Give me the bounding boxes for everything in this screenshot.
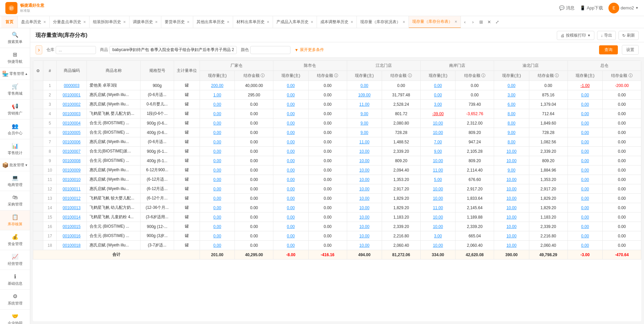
info-icon: ℹ <box>14 273 16 280</box>
tab-close-icon[interactable]: ✕ <box>155 20 158 24</box>
chevron-down-icon: ▼ <box>635 6 639 10</box>
tab-close-icon[interactable]: ✕ <box>454 20 457 24</box>
tab-close-icon[interactable]: ✕ <box>187 20 190 24</box>
tab-disassemble[interactable]: 组装拆卸单历史 ✕ <box>90 16 129 28</box>
refresh-icon: ↻ <box>622 33 626 38</box>
data-table-container: ⚙ # 商品编码 商品名称 规格型号 主计量单位 厂家仓 陈市仓 江北门店 南岸… <box>33 60 641 321</box>
users-icon: 👥 <box>12 123 18 129</box>
tab-inventory-count[interactable]: 盘点单历史 ✕ <box>18 16 50 28</box>
table-row: 5 00100004 合生元 (BIOSTIME) ... 900g (0-6.… <box>33 119 641 128</box>
laptop-icon: 💻 <box>12 175 18 181</box>
col-spec-header: 规格型号 <box>141 61 174 81</box>
tab-product-in[interactable]: 产成品入库单历史 ✕ <box>273 16 317 28</box>
expand-arrow-btn[interactable]: › <box>36 45 42 54</box>
clipboard-icon: 📋 <box>12 214 18 220</box>
export-icon: ↓ <box>601 33 603 38</box>
sidebar-item-marketing[interactable]: 📢 营销推广 <box>0 100 30 120</box>
content-area: 现存量查询(库存分布) 🖨 按模板打印 ▼ ↓ 导出 ↻ <box>30 28 644 324</box>
sidebar-item-corp-collab[interactable]: 🤝 企业协同 <box>0 310 30 324</box>
sidebar: 🔍 搜索英单 ⊞ 快捷导航 🏪 零售管理 ▲ 🛒 零售商城 📢 营销推广 � <box>0 28 30 324</box>
col-jiangbei-amt-header: 结存金额 ⓘ <box>382 71 421 81</box>
main-layout: 🔍 搜索英单 ⊞ 快捷导航 🏪 零售管理 ▲ 🛒 零售商城 📢 营销推广 � <box>0 28 644 324</box>
tab-material-out[interactable]: 材料出库单历史 ✕ <box>233 16 273 28</box>
sidebar-item-member[interactable]: 👥 会员中心 <box>0 120 30 139</box>
col-yubeibei-header: 渝北门店 <box>494 61 568 71</box>
table-row: 7 00100006 惠氏启赋 (Wyeth illu... (0-6月适...… <box>33 137 641 147</box>
sidebar-item-inventory[interactable]: 📋 库存核算 <box>0 211 30 230</box>
tab-purchase[interactable]: 要货单历史 ✕ <box>161 16 193 28</box>
sidebar-item-search[interactable]: 🔍 搜索英单 <box>0 28 30 48</box>
tab-close-icon[interactable]: ✕ <box>83 20 86 24</box>
trending-icon: 📈 <box>12 253 18 260</box>
grid-icon: ⊞ <box>13 51 17 58</box>
handshake-icon: 🤝 <box>12 313 18 319</box>
chart-icon: 📊 <box>12 143 18 149</box>
chevron-down-icon: ▼ <box>587 34 591 37</box>
print-btn[interactable]: 🖨 按模板打印 ▼ <box>557 31 594 40</box>
export-btn[interactable]: ↓ 导出 <box>597 31 616 40</box>
table-row: 4 00100003 飞鹤星飞帆 婴儿配方奶... 1段(0-6个... 罐 0… <box>33 109 641 119</box>
expand-conditions-btn[interactable]: ▼ 展开更多条件 <box>294 47 324 53</box>
logo-text: 畅捷通好生意 标准版 <box>20 3 44 13</box>
col-name-header: 商品名称 <box>87 61 141 81</box>
tab-expand-btn[interactable]: ⤢ <box>493 16 501 28</box>
tab-close-icon[interactable]: ✕ <box>227 20 229 24</box>
tab-other-out[interactable]: 其他出库单历史 ✕ <box>193 16 233 28</box>
sidebar-item-ecommerce[interactable]: 💻 电商管理 <box>0 171 30 191</box>
col-settings[interactable]: ⚙ <box>33 61 43 81</box>
page-title-row: 现存量查询(库存分布) 🖨 按模板打印 ▼ ↓ 导出 ↻ <box>36 31 639 42</box>
sum-row: 合计 201.00 40,295.00 -8.00 -416.16 494.00… <box>33 250 641 260</box>
megaphone-icon: 📢 <box>12 103 18 109</box>
sidebar-item-finance[interactable]: 💰 资金管理 <box>0 230 30 250</box>
table-row: 6 00100005 合生元 (BIOSTIME) ... 400g (0-6.… <box>33 128 641 137</box>
query-btn[interactable]: 查询 <box>599 45 618 54</box>
color-input[interactable] <box>250 46 290 54</box>
sidebar-item-retail-mall[interactable]: 🛒 零售商城 <box>0 80 30 100</box>
tab-prev-btn[interactable]: ‹ <box>461 16 469 28</box>
refresh-btn[interactable]: ↻ 刷新 <box>619 31 639 40</box>
filter-row: › 仓库 商品 颜色 ▼ 展开更多条件 <box>36 45 639 55</box>
sidebar-item-retail-mgmt[interactable]: 🏪 零售管理 ▲ <box>0 68 30 80</box>
table-row: 18 00100018 惠氏启赋 (Wyeth illu... (3-7岁适..… <box>33 241 641 250</box>
sidebar-item-purchase[interactable]: 🛍 采购管理 <box>0 191 30 211</box>
tab-cost-adjust[interactable]: 成本调整单历史 ✕ <box>317 16 357 28</box>
tab-close-icon[interactable]: ✕ <box>351 20 353 24</box>
user-menu[interactable]: E demo2 ▼ <box>608 3 639 13</box>
col-chenshi-amt-header: 结存金额 ⓘ <box>308 71 347 81</box>
store-icon: 🏪 <box>2 71 9 77</box>
tab-home[interactable]: 首页 <box>1 16 18 28</box>
table-row: 9 00100008 合生元 (BIOSTIME) ... 400g (6-1.… <box>33 156 641 166</box>
tab-close-icon[interactable]: ✕ <box>267 20 269 24</box>
avatar: E <box>608 3 619 13</box>
tab-sub-inventory[interactable]: 分量盘点单历史 ✕ <box>50 16 90 28</box>
tab-transfer[interactable]: 调拨单历史 ✕ <box>129 16 161 28</box>
table-row: 12 00100011 惠氏启赋 (Wyeth illu... (6-12月适.… <box>33 184 641 194</box>
settings-btn[interactable]: 设置 <box>622 45 639 55</box>
tab-close-icon[interactable]: ✕ <box>43 20 46 24</box>
app-download-btn[interactable]: 📱 App下载 <box>580 5 603 11</box>
tab-close-icon[interactable]: ✕ <box>123 20 126 24</box>
sidebar-item-system[interactable]: ⚙ 系统管理 <box>0 290 30 310</box>
printer-icon: 🖨 <box>560 33 565 38</box>
chevron-down-icon: ▼ <box>25 164 28 167</box>
col-yubeibei-qty-header: 现存量(主) <box>494 71 529 81</box>
tab-close-icon[interactable]: ✕ <box>311 20 313 24</box>
tab-menu-btn[interactable]: ⊞ <box>477 16 485 28</box>
sidebar-item-operations[interactable]: 📈 经营管理 <box>0 250 30 270</box>
shopping-icon: 🛍 <box>12 194 18 200</box>
tab-next-btn[interactable]: › <box>469 16 477 28</box>
tab-stock-status[interactable]: 现存量（库存状况表） ✕ <box>357 16 409 28</box>
product-input[interactable] <box>109 46 237 54</box>
message-btn[interactable]: 💬 消息 <box>559 5 575 11</box>
sidebar-item-base-info[interactable]: ℹ 基础信息 <box>0 270 30 290</box>
tab-stock-distribution[interactable]: 现存量（库存分布表） ✕ <box>409 16 461 28</box>
table-row: 11 00100010 惠氏启赋 (Wyeth illu... (6-12月适.… <box>33 175 641 184</box>
col-chenshi-qty-header: 现存量(主) <box>273 71 308 81</box>
sidebar-item-quick-nav[interactable]: ⊞ 快捷导航 <box>0 48 30 68</box>
sidebar-item-wholesale[interactable]: 📦 批发管理 ▼ <box>0 159 30 171</box>
sidebar-item-retail-stats[interactable]: 📊 零售统计 <box>0 139 30 159</box>
warehouse-input[interactable] <box>56 46 96 54</box>
tab-close-all-btn[interactable]: ✕ <box>485 16 493 28</box>
col-total-qty-header: 现存量(主) <box>568 71 602 81</box>
tab-close-icon[interactable]: ✕ <box>402 20 405 24</box>
